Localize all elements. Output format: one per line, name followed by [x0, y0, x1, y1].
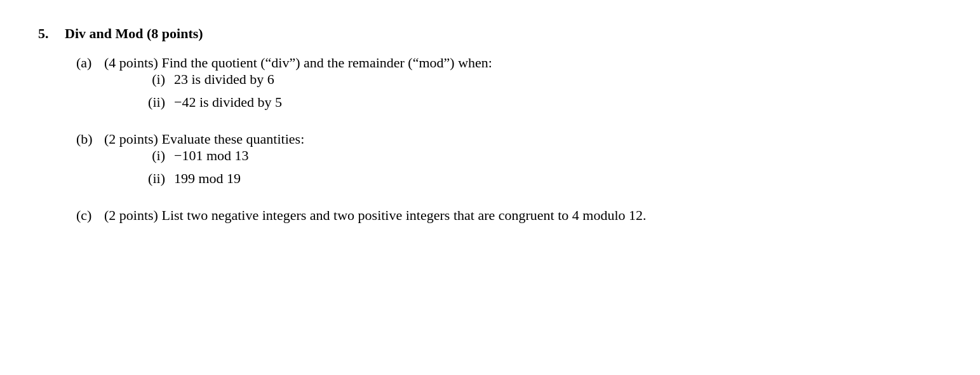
problem-number: 5. — [38, 25, 57, 42]
part-c-content: (2 points) List two negative integers an… — [104, 207, 942, 224]
subpart-a-i: (i) 23 is divided by 6 — [104, 71, 942, 88]
part-a-content: (4 points) Find the quotient (“div”) and… — [104, 55, 942, 117]
subpart-b-ii: (ii) 199 mod 19 — [104, 170, 942, 187]
problem-container: 5. Div and Mod (8 points) (a) (4 points)… — [38, 25, 942, 233]
part-b-text: (2 points) Evaluate these quantities: — [104, 131, 304, 147]
problem-title-text: Div and Mod (8 points) — [65, 25, 203, 42]
part-a-text: (4 points) Find the quotient (“div”) and… — [104, 55, 492, 71]
part-c-text: (2 points) List two negative integers an… — [104, 207, 647, 223]
part-b-label: (b) — [76, 131, 95, 147]
subpart-a-ii: (ii) −42 is divided by 5 — [104, 94, 942, 111]
problem-title: 5. Div and Mod (8 points) — [38, 25, 942, 42]
subpart-a-ii-label: (ii) — [142, 94, 165, 111]
subpart-b-ii-text: 199 mod 19 — [174, 170, 241, 187]
part-a: (a) (4 points) Find the quotient (“div”)… — [38, 55, 942, 117]
part-a-label: (a) — [76, 55, 95, 71]
subpart-a-ii-text: −42 is divided by 5 — [174, 94, 282, 111]
subpart-b-i-text: −101 mod 13 — [174, 147, 249, 164]
subpart-a-i-text: 23 is divided by 6 — [174, 71, 274, 88]
part-b: (b) (2 points) Evaluate these quantities… — [38, 131, 942, 193]
subpart-b-i-label: (i) — [142, 147, 165, 164]
part-b-content: (2 points) Evaluate these quantities: (i… — [104, 131, 942, 193]
part-c: (c) (2 points) List two negative integer… — [38, 207, 942, 224]
part-c-label: (c) — [76, 207, 95, 224]
subpart-b-i: (i) −101 mod 13 — [104, 147, 942, 164]
subpart-a-i-label: (i) — [142, 71, 165, 88]
subpart-b-ii-label: (ii) — [142, 170, 165, 187]
